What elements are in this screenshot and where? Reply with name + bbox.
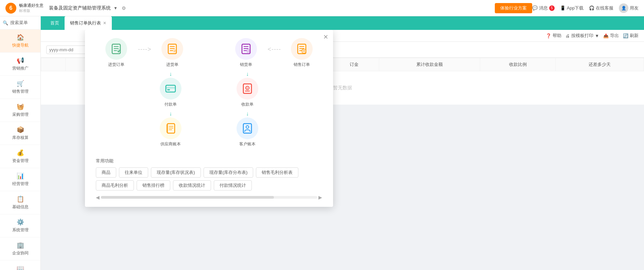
avatar: 👤 [619,3,628,13]
logo-area: 6 畅康通好生意 标准版 [5,3,46,14]
v-arrow-customer: ↓ [227,111,268,117]
cf-btn-0[interactable]: 商品 [96,167,116,178]
cf-btn-6[interactable]: 销售排行榜 [137,180,170,191]
sidebar-item-newbie[interactable]: 📖 新手引导 [0,260,40,270]
flow-diagram: 进货订单 - - - - > ✓ 进货单 [96,38,322,150]
scroll-track[interactable] [101,196,317,199]
flow-node-sales-order[interactable]: 销售订单 [281,38,322,68]
va2-spacer-4 [281,110,322,118]
cf-btn-8[interactable]: 付款情况统计 [214,180,252,191]
sidebar-item-basic[interactable]: 📋 基础信息 [0,191,40,214]
cf-btn-5[interactable]: 商品毛利分析 [96,180,134,191]
svg-rect-30 [166,124,168,132]
svg-text:✓: ✓ [174,50,176,53]
cf-btn-1[interactable]: 往来单位 [119,167,148,178]
cf-btn-4[interactable]: 销售毛利分析表 [256,167,298,178]
v-spacer-4 [281,70,322,78]
tab-close-btn[interactable]: ✕ [103,21,106,25]
cf-btn-3[interactable]: 现存量(库存分布表) [204,167,254,178]
sidebar-item-finance[interactable]: 💰 资金管理 [0,145,40,168]
sidebar-item-sales[interactable]: 🛒 销售管理 [0,76,40,99]
tab-home[interactable]: 首页 [45,16,65,30]
tab-sales-order[interactable]: 销售订单执行表 ✕ [65,16,112,30]
sidebar-item-system[interactable]: ⚙️ 系统管理 [0,214,40,237]
settings-icon[interactable]: ⚙ [122,5,126,11]
svg-text:¥: ¥ [246,87,248,90]
flow-row-3: 供应商账本 客户账本 [96,118,322,147]
flow-node-customer-ledger[interactable]: 客户账本 [227,118,268,147]
app-icon: 📱 [560,5,565,11]
inventory-icon: 📦 [17,126,24,133]
purchase-bill-label: 进货单 [166,62,178,68]
flow-node-receipt[interactable]: ¥ 收款单 [227,78,268,107]
v-arrow-row: ↓ ↓ [96,70,322,78]
flow-node-purchase-bill[interactable]: ✓ 进货单 [152,38,193,68]
sidebar-item-quick[interactable]: 🏠 快捷导航 [0,30,40,53]
v-spacer-0 [96,70,137,78]
customer-ledger-label: 客户账本 [239,141,256,147]
svg-rect-29 [167,124,175,133]
v-arrow-row-2: ↓ ↓ [96,110,322,118]
enterprise-icon: 🏢 [17,241,24,249]
svg-rect-23 [166,87,175,89]
v-spacer-arrow [137,70,150,78]
receipt-label: 收款单 [241,102,254,107]
message-badge: 5 [549,5,555,11]
modal-box: ✕ 进货订单 [85,30,333,207]
topbar-right: 💬 消息 5 📱 App下载 🎧 在线客服 👤 用友 [532,3,639,13]
sidebar: 🔍 搜索菜单 🏠 快捷导航 📢 营销推广 🛒 销售管理 🧺 采购管理 📦 库存核… [0,16,41,270]
sales-icon: 🛒 [17,80,24,87]
payment-icon [160,78,181,100]
service-icon: 🎧 [589,5,594,11]
cf-btn-7[interactable]: 收款情况统计 [173,180,211,191]
scroll-left-btn[interactable]: ◀ [96,195,100,200]
online-service-btn[interactable]: 🎧 在线客服 [589,5,613,11]
cf-title: 常用功能 [96,158,322,164]
tab-bar: 首页 销售订单执行表 ✕ [41,16,644,30]
cf-btn-2[interactable]: 现存量(库存状况表) [151,167,201,178]
flow-node-sales-bill[interactable]: 销货单 [226,38,266,68]
experience-btn[interactable]: 体验行业方案 [495,3,532,13]
modal-close-btn[interactable]: ✕ [323,33,328,41]
page-area: ❓ 帮助 🖨 按模板打印 ▼ 📤 导出 🔄 刷新 [41,30,644,270]
common-functions: 常用功能 商品往来单位现存量(库存状况表)现存量(库存分布表)销售毛利分析表商品… [96,158,322,191]
app-download-btn[interactable]: 📱 App下载 [560,5,584,11]
finance-icon: 💰 [17,149,24,157]
scroll-right-btn[interactable]: ▶ [318,195,322,200]
sales-bill-icon [235,38,257,60]
sidebar-item-inventory[interactable]: 📦 库存核算 [0,122,40,145]
sidebar-search-btn[interactable]: 🔍 搜索菜单 [0,16,40,30]
message-icon: 💬 [532,5,538,11]
logo-text: 畅康通好生意 标准版 [19,3,43,13]
receipt-icon: ¥ [237,78,258,100]
flow-row-2: 付款单 ¥ 收款单 [96,78,322,107]
purchase-bill-icon: ✓ [161,38,183,60]
message-btn[interactable]: 💬 消息 5 [532,5,555,11]
logo-icon: 6 [5,3,16,14]
v-arrow-payment: ↓ [150,71,191,77]
sidebar-item-business[interactable]: 📊 经营管理 [0,168,40,191]
flow-node-supplier-ledger[interactable]: 供应商账本 [150,118,191,147]
sidebar-item-marketing[interactable]: 📢 营销推广 [0,53,40,76]
v-arrow-supplier: ↓ [150,111,191,117]
payment-label: 付款单 [164,102,177,107]
va2-spacer-3 [268,110,281,118]
search-icon: 🔍 [3,20,8,25]
marketing-icon: 📢 [17,57,24,64]
arrow-h-2: < - - - - [266,46,282,60]
sidebar-item-enterprise[interactable]: 🏢 企业协同 [0,237,40,260]
arrow-h-1: - - - - > [137,46,152,60]
user-menu-btn[interactable]: 👤 用友 [619,3,639,13]
basic-icon: 📋 [17,195,24,203]
flow-row-1: 进货订单 - - - - > ✓ 进货单 [96,38,322,68]
v-spacer-3 [268,70,281,78]
purchase-icon: 🧺 [17,103,24,110]
system-icon: ⚙️ [17,218,24,226]
sidebar-item-purchase[interactable]: 🧺 采购管理 [0,99,40,122]
flow-node-payment[interactable]: 付款单 [150,78,191,107]
va2-spacer-1 [137,110,150,118]
system-dropdown-btn[interactable]: ▼ [114,6,118,11]
flow-node-purchase-order[interactable]: 进货订单 [96,38,137,68]
supplier-ledger-icon [160,118,181,139]
va2-spacer-2 [191,110,227,118]
